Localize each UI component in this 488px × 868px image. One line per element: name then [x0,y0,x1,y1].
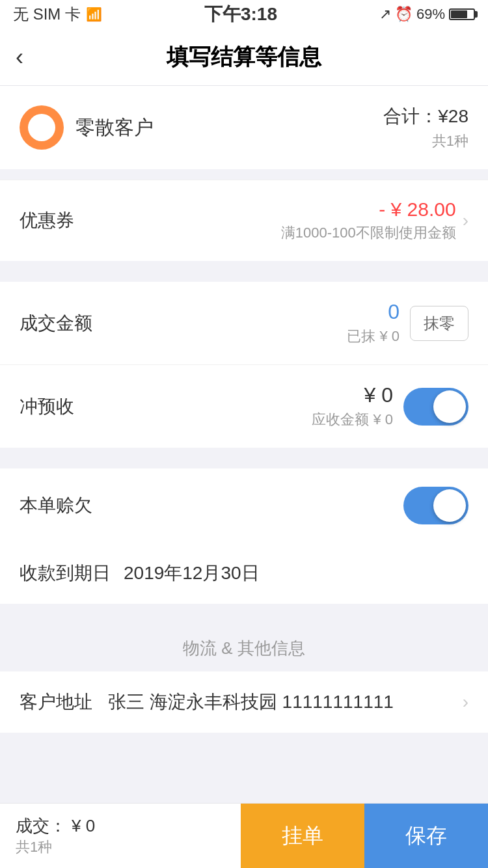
coupon-info: - ¥ 28.00 满1000-100不限制使用金额 [281,198,456,243]
collection-date-label: 收款到期日 [20,561,111,586]
status-bar: 无 SIM 卡 📶 下午3:18 ↗ ⏰ 69% [0,0,488,29]
status-right: ↗ ⏰ 69% [379,6,475,23]
coupon-chevron: › [463,210,468,231]
avatar-icon [28,114,55,141]
location-icon: ↗ [379,6,391,23]
customer-section: 零散客户 合计：¥28 共1种 [0,86,488,169]
logistics-title: 物流 & 其他信息 [183,637,305,660]
pre-receipt-value-wrapper: ¥ 0 应收金额 ¥ 0 [312,383,393,429]
back-button[interactable]: ‹ [16,44,23,71]
page-title: 填写结算等信息 [167,42,321,72]
status-left: 无 SIM 卡 📶 [13,4,102,25]
customer-count: 共1种 [383,131,468,151]
address-label: 客户地址 [20,690,92,714]
amount-value: 0 [347,300,400,324]
credit-label: 本单赊欠 [20,493,92,518]
pre-receipt-right: ¥ 0 应收金额 ¥ 0 [312,383,468,429]
amount-label: 成交金额 [20,311,92,336]
credit-section: 本单赊欠 收款到期日 2019年12月30日 [0,468,488,604]
transaction-section: 成交金额 0 已抹 ¥ 0 抹零 冲预收 ¥ 0 应收金额 ¥ 0 [0,282,488,448]
customer-row: 零散客户 合计：¥28 共1种 [0,86,488,169]
save-button[interactable]: 保存 [364,804,488,868]
collection-date-value: 2019年12月30日 [124,561,260,586]
divider-3 [0,614,488,625]
pre-receipt-sub: 应收金额 ¥ 0 [312,410,393,429]
coupon-label: 优惠券 [20,208,74,233]
bottom-deal-row: 成交： ¥ 0 [16,815,225,837]
logistics-header: 物流 & 其他信息 [0,625,488,671]
battery-icon [449,8,475,20]
credit-row: 本单赊欠 [0,468,488,543]
status-time: 下午3:18 [204,2,277,27]
bottom-deal-amount: ¥ 0 [72,816,95,836]
customer-left: 零散客户 [20,105,154,150]
bottom-deal-label: 成交： [16,815,66,837]
pre-receipt-value: ¥ 0 [312,383,393,407]
bottom-bar: 成交： ¥ 0 共1种 挂单 保存 [0,803,488,868]
coupon-desc: 满1000-100不限制使用金额 [281,223,456,243]
amount-value-wrapper: 0 已抹 ¥ 0 [347,300,400,346]
coupon-row[interactable]: 优惠券 - ¥ 28.00 满1000-100不限制使用金额 › [0,180,488,261]
wifi-icon: 📶 [86,7,102,22]
pending-button[interactable]: 挂单 [241,804,364,868]
pre-receipt-toggle[interactable] [403,388,468,426]
customer-right: 合计：¥28 共1种 [383,104,468,151]
round-off-button[interactable]: 抹零 [410,306,468,341]
pre-receipt-row: 冲预收 ¥ 0 应收金额 ¥ 0 [0,364,488,448]
divider-1 [0,271,488,282]
credit-toggle-knob [433,489,466,522]
credit-toggle[interactable] [403,487,468,524]
amount-sub: 已抹 ¥ 0 [347,327,400,346]
coupon-section: 优惠券 - ¥ 28.00 满1000-100不限制使用金额 › [0,180,488,261]
bottom-count: 共1种 [16,837,225,857]
customer-total: 合计：¥28 [383,104,468,129]
coupon-discount: - ¥ 28.00 [281,198,456,221]
battery-percent: 69% [416,6,445,23]
customer-avatar [20,105,64,150]
address-row[interactable]: 客户地址 张三 海淀永丰科技园 11111111111 › [0,671,488,733]
divider-2 [0,458,488,468]
credit-right [403,487,468,524]
amount-right: 0 已抹 ¥ 0 抹零 [347,300,468,346]
address-value: 张三 海淀永丰科技园 11111111111 [108,690,456,714]
collection-date-row: 收款到期日 2019年12月30日 [0,543,488,604]
alarm-icon: ⏰ [395,6,413,23]
address-section: 客户地址 张三 海淀永丰科技园 11111111111 › [0,671,488,733]
sim-status: 无 SIM 卡 [13,4,81,25]
coupon-right: - ¥ 28.00 满1000-100不限制使用金额 › [281,198,468,243]
pre-receipt-label: 冲预收 [20,394,74,419]
nav-bar: ‹ 填写结算等信息 [0,29,488,86]
amount-row: 成交金额 0 已抹 ¥ 0 抹零 [0,282,488,364]
toggle-knob [433,390,466,423]
bottom-info: 成交： ¥ 0 共1种 [0,804,241,868]
address-chevron: › [463,692,468,712]
main-content: 零散客户 合计：¥28 共1种 优惠券 - ¥ 28.00 满1000-100不… [0,86,488,808]
customer-name: 零散客户 [75,115,154,141]
